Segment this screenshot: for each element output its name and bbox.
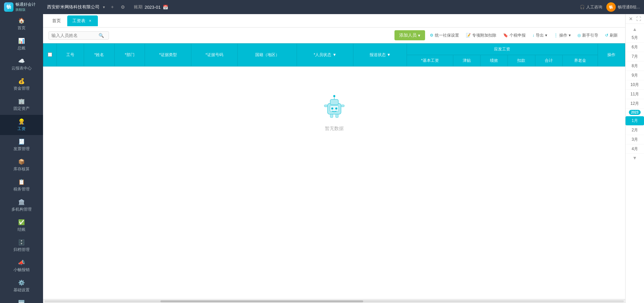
user-avatar-area[interactable]: 畅 畅理通B组... xyxy=(606,2,640,12)
social-insurance-btn[interactable]: ⚙ 统一社保设置 xyxy=(428,31,461,40)
period-area: 账期 2023-01 📅 xyxy=(134,4,168,10)
tax-icon: 📋 xyxy=(18,179,25,185)
sidebar-item-guide[interactable]: 🆕 新手引导 xyxy=(0,296,43,303)
export-btn[interactable]: ↓ 导出 ▾ xyxy=(530,31,549,40)
status-filter-icon[interactable]: ▼ xyxy=(333,52,337,57)
month-10[interactable]: 10月 xyxy=(626,80,644,90)
month-8[interactable]: 8月 xyxy=(626,61,644,71)
svg-rect-8 xyxy=(336,114,338,118)
settings-icon: ⚙️ xyxy=(18,279,25,286)
sidebar-item-inventory[interactable]: 📦 库存核算 xyxy=(0,155,43,175)
period-value: 2023-01 xyxy=(145,5,161,10)
sidebar-label-home: 首页 xyxy=(17,25,26,31)
service-label: 人工咨询 xyxy=(586,4,602,10)
empty-state: 暂无数据 xyxy=(43,67,625,159)
special-deduction-btn[interactable]: 📝 专项附加扣除 xyxy=(464,31,498,40)
month-3[interactable]: 3月 xyxy=(626,135,644,144)
social-icon: ⚙ xyxy=(430,33,433,38)
th-checkbox[interactable] xyxy=(43,44,57,67)
add-person-label: 添加人员 xyxy=(399,32,417,38)
date-nav-down[interactable]: ▼ xyxy=(626,154,644,162)
toolbar: 🔍 添加人员 ▾ ⚙ 统一社保设置 📝 专项附加扣除 🔖 个税申报 xyxy=(43,28,625,43)
add-person-btn[interactable]: 添加人员 ▾ xyxy=(394,30,425,40)
table-wrapper: 工号 *姓名 *部门 *证据类型 *证据号码 国籍（地区） *人员状态 ▼ 报送… xyxy=(43,43,625,299)
add-company-btn[interactable]: ＋ xyxy=(108,3,116,11)
select-all-checkbox[interactable] xyxy=(48,52,52,57)
th-id-type: *证据类型 xyxy=(145,44,191,67)
wage-table: 工号 *姓名 *部门 *证据类型 *证据号码 国籍（地区） *人员状态 ▼ 报送… xyxy=(43,43,625,159)
tab-wage-close[interactable]: × xyxy=(87,18,93,24)
sidebar-item-expense[interactable]: 📣 小畅报销 xyxy=(0,256,43,276)
search-icon: 🔍 xyxy=(99,33,104,38)
month-4[interactable]: 4月 xyxy=(626,144,644,154)
toolbar-right: 添加人员 ▾ ⚙ 统一社保设置 📝 专项附加扣除 🔖 个税申报 ↓ xyxy=(394,30,620,40)
tab-wage[interactable]: 工资表 × xyxy=(67,15,98,26)
calendar-icon[interactable]: 📅 xyxy=(163,5,168,10)
sidebar-item-wage[interactable]: 👷 工资 xyxy=(0,115,43,135)
th-pension: 养老金 xyxy=(562,55,598,67)
tab-wage-label: 工资表 xyxy=(72,18,85,24)
search-input[interactable] xyxy=(51,33,99,38)
month-2[interactable]: 2月 xyxy=(626,126,644,135)
sidebar-label-cloud: 云报表中心 xyxy=(11,66,32,71)
scroll-track xyxy=(44,300,624,302)
report-filter-icon[interactable]: ▼ xyxy=(387,52,391,57)
sidebar-item-tax[interactable]: 📋 税务管理 xyxy=(0,175,43,196)
th-base-salary: *基本工资 xyxy=(407,55,453,67)
service-btn[interactable]: 🎧 人工咨询 xyxy=(580,4,602,10)
operations-btn[interactable]: ⋮ 操作 ▾ xyxy=(552,31,573,40)
operations-icon: ⋮ xyxy=(554,33,558,38)
date-nav-up[interactable]: ▲ xyxy=(626,25,644,33)
sidebar-item-cloud-report[interactable]: ☁️ 云报表中心 xyxy=(0,54,43,75)
svg-rect-7 xyxy=(330,114,333,118)
expense-icon: 📣 xyxy=(18,259,25,266)
sidebar-item-invoice[interactable]: 🧾 发票管理 xyxy=(0,135,43,155)
guide-btn[interactable]: ◎ 新手引导 xyxy=(575,31,600,40)
ledger-icon: 📊 xyxy=(18,38,25,44)
export-icon: ↓ xyxy=(532,33,534,38)
sidebar-item-multi-org[interactable]: 🏛️ 多机构管理 xyxy=(0,196,43,216)
sidebar-label-tax: 税务管理 xyxy=(13,186,30,192)
settings-icon[interactable]: ⚙ xyxy=(119,3,127,11)
th-id-no: *证据号码 xyxy=(191,44,237,67)
sidebar-label-multi-org: 多机构管理 xyxy=(11,207,32,212)
close-panel-btn[interactable]: ✕ xyxy=(628,15,634,22)
sidebar: 🏠 首页 📊 总账 ☁️ 云报表中心 💰 资金管理 🏢 固定资产 👷 工资 🧾 … xyxy=(0,14,43,303)
refresh-btn[interactable]: ↺ 刷新 xyxy=(603,31,620,40)
expand-panel-btn[interactable]: ⛶ xyxy=(636,15,642,22)
month-7[interactable]: 7月 xyxy=(626,52,644,61)
svg-rect-10 xyxy=(341,105,344,107)
guide-icon: ◎ xyxy=(577,33,581,38)
month-12[interactable]: 12月 xyxy=(626,99,644,109)
sidebar-item-fund[interactable]: 💰 资金管理 xyxy=(0,75,43,95)
svg-point-3 xyxy=(335,107,337,110)
th-total: 合计 xyxy=(535,55,562,67)
bottom-scrollbar[interactable] xyxy=(43,299,625,303)
search-wrap[interactable]: 🔍 xyxy=(48,31,109,40)
th-operations: 操作 xyxy=(598,44,625,67)
user-name: 畅理通B组... xyxy=(618,4,640,10)
month-6[interactable]: 6月 xyxy=(626,43,644,52)
sidebar-label-expense: 小畅报销 xyxy=(13,267,30,273)
month-11[interactable]: 11月 xyxy=(626,90,644,99)
sidebar-item-home[interactable]: 🏠 首页 xyxy=(0,14,43,34)
home-icon: 🏠 xyxy=(18,17,25,24)
month-1-active[interactable]: 1月 xyxy=(626,116,644,126)
sidebar-label-settings: 基础设置 xyxy=(13,287,30,293)
sidebar-item-close-account[interactable]: ✅ 结账 xyxy=(0,216,43,236)
sidebar-item-basic-settings[interactable]: ⚙️ 基础设置 xyxy=(0,276,43,296)
logo-area: 畅 畅通好会计 旗舰版 xyxy=(4,2,47,12)
sidebar-item-assets[interactable]: 🏢 固定资产 xyxy=(0,95,43,115)
month-5[interactable]: 5月 xyxy=(626,33,644,43)
sidebar-label-inventory: 库存核算 xyxy=(13,166,30,172)
tax-report-btn[interactable]: 🔖 个税申报 xyxy=(501,31,528,40)
month-9[interactable]: 9月 xyxy=(626,71,644,80)
sidebar-label-assets: 固定资产 xyxy=(13,106,30,112)
year-section: ▲ 5月 6月 7月 8月 9月 10月 11月 12月 2023 1月 2月 … xyxy=(626,24,644,162)
th-deduction: 扣款 xyxy=(508,55,535,67)
sidebar-item-archive[interactable]: 🗄️ 归档管理 xyxy=(0,236,43,256)
company-dropdown-icon[interactable]: ▼ xyxy=(102,5,106,9)
year-badge: 2023 xyxy=(629,110,640,115)
tab-home[interactable]: 首页 xyxy=(47,15,66,26)
sidebar-item-ledger[interactable]: 📊 总账 xyxy=(0,34,43,54)
